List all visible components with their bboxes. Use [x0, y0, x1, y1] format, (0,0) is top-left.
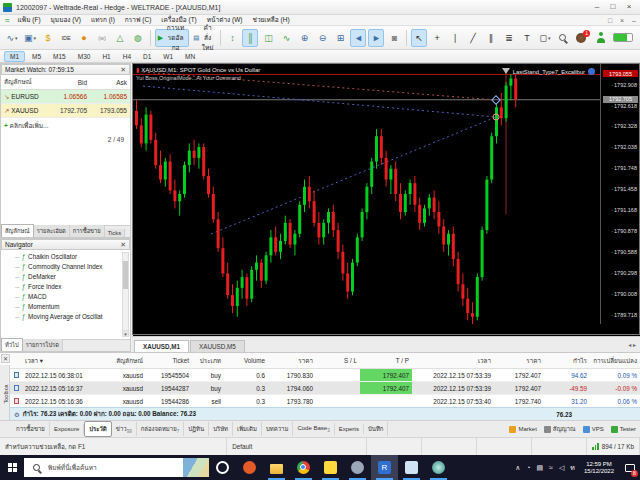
- history-column-header[interactable]: สัญลักษณ์: [96, 353, 146, 369]
- line-chart-icon[interactable]: ∿: [278, 29, 294, 47]
- explorer-taskbar-button[interactable]: [263, 455, 290, 480]
- mw-tab-การซื้อขาย[interactable]: การซื้อขาย: [70, 225, 105, 237]
- toolbox-tab-กล่องจดหมาย[interactable]: กล่องจดหมาย7: [137, 422, 185, 436]
- trendline-icon[interactable]: ╱: [465, 29, 481, 47]
- text-icon[interactable]: T: [519, 29, 535, 47]
- navigator-item[interactable]: ─ƒForce Index: [1, 281, 122, 291]
- history-row[interactable]: 2022.12.15 05:16:36xauusd19544286sell0.3…: [10, 395, 640, 408]
- navigator-close-icon[interactable]: ✕: [120, 241, 126, 249]
- new-order-button[interactable]: ▤คำสั่งใหม่: [191, 29, 216, 47]
- toolbox-tab-Exposure[interactable]: Exposure: [50, 424, 84, 434]
- notifications-button[interactable]: 1: [576, 33, 586, 43]
- new-chart-icon[interactable]: ▣▾: [22, 29, 38, 47]
- navigator-item[interactable]: ─ƒMomentum: [1, 301, 122, 311]
- toolbox-tab-ข่าว[interactable]: ข่าว99: [112, 422, 137, 436]
- nav-tab-รายการโปรด[interactable]: รายการโปรด: [23, 339, 63, 351]
- search-icon[interactable]: [559, 34, 566, 41]
- volume-icon[interactable]: ◁: [559, 464, 564, 472]
- signals-shortcut[interactable]: สัญญาณ: [544, 424, 576, 434]
- line-app-taskbar-button[interactable]: [317, 455, 344, 480]
- grid-icon[interactable]: ⊞: [332, 29, 348, 47]
- history-column-header[interactable]: การเปลี่ยนแปลง: [590, 353, 640, 369]
- candle-chart-icon[interactable]: ◫: [260, 29, 276, 47]
- history-column-header[interactable]: Ticket: [146, 353, 192, 369]
- taskbar-clock[interactable]: 12:59 PM 15/12/2022: [584, 461, 614, 475]
- mdi-close-button[interactable]: ×: [616, 17, 628, 24]
- tab-scroll-arrows[interactable]: ◂ ▸: [628, 341, 636, 348]
- toolbox-tab-บันทึก[interactable]: บันทึก: [364, 422, 389, 436]
- navigator-scrollbar[interactable]: [122, 252, 129, 337]
- market-watch-header[interactable]: Market Watch: 07:59:15 ✕: [1, 64, 130, 75]
- timeframe-h1[interactable]: H1: [97, 52, 115, 61]
- timeframe-d1[interactable]: D1: [138, 52, 156, 61]
- timeframe-mn[interactable]: MN: [180, 52, 200, 61]
- start-button[interactable]: [0, 455, 24, 480]
- remote-desktop-taskbar-button[interactable]: R: [371, 455, 398, 480]
- taskbar-search[interactable]: พิมพ์ที่นี่เพื่อค้นหา: [24, 458, 209, 477]
- gray-app-taskbar-button[interactable]: [344, 455, 371, 480]
- ide-icon[interactable]: IDE: [58, 29, 74, 47]
- crosshair-icon[interactable]: +: [429, 29, 445, 47]
- chart-tab-XAUUSDM1[interactable]: XAUUSD,M1: [134, 340, 189, 352]
- bar-chart-icon[interactable]: ║: [242, 29, 258, 47]
- mdi-minimize-button[interactable]: –: [628, 17, 640, 24]
- history-column-header[interactable]: กำไร: [544, 353, 590, 369]
- shapes-icon[interactable]: ◻▾: [537, 29, 553, 47]
- market-watch-row[interactable]: ↘ EURUSD1.065661.06585: [1, 90, 130, 104]
- mw-column-header[interactable]: Bid: [50, 75, 90, 90]
- mw-tab-Ticks[interactable]: Ticks: [105, 229, 125, 237]
- cursor-icon[interactable]: ↖: [411, 29, 427, 47]
- maximize-button[interactable]: □: [605, 2, 621, 13]
- toolbox-tab-การซื้อขาย[interactable]: การซื้อขาย: [12, 422, 50, 436]
- market-watch-row[interactable]: ↗ XAUUSD1792.7051793.055: [1, 104, 130, 118]
- onedrive-icon[interactable]: ◔: [526, 464, 530, 471]
- auto-scroll-icon[interactable]: ◄: [350, 29, 366, 47]
- toolbox-tab-เพิ่มเติม[interactable]: เพิ่มเติม: [233, 422, 262, 436]
- menu-item-6[interactable]: ช่วยเหลือ (H): [247, 15, 294, 25]
- zoom-out-icon[interactable]: ⊖: [314, 29, 330, 47]
- chart-profile-icon[interactable]: ∿▾: [4, 29, 20, 47]
- minimize-button[interactable]: –: [589, 2, 605, 13]
- mw-column-header[interactable]: สัญลักษณ์: [1, 75, 50, 90]
- lock-icon[interactable]: ●: [76, 29, 92, 47]
- history-column-header[interactable]: ราคา: [268, 353, 316, 369]
- navigator-item[interactable]: ─ƒDeMarker: [1, 271, 122, 281]
- close-button[interactable]: ×: [621, 2, 637, 13]
- navigator-item[interactable]: ─ƒCommodity Channel Index: [1, 261, 122, 271]
- tester-shortcut[interactable]: Tester: [611, 426, 636, 433]
- navigator-header[interactable]: Navigator ✕: [1, 239, 130, 250]
- market-watch-close-icon[interactable]: ✕: [120, 66, 126, 74]
- navigator-item[interactable]: ─ƒMACD: [1, 291, 122, 301]
- channel-icon[interactable]: ∥: [483, 29, 499, 47]
- toolbox-close-icon[interactable]: ✕: [1, 354, 10, 363]
- keyboard-icon[interactable]: ▤: [536, 464, 543, 472]
- history-column-header[interactable]: T / P: [360, 353, 412, 369]
- history-column-header[interactable]: เวลา ▾: [22, 353, 96, 369]
- toolbox-tab-Code Base[interactable]: Code Base3: [293, 423, 334, 435]
- history-row[interactable]: 2022.12.15 06:38:01xauusd19545504buy0.61…: [10, 369, 640, 382]
- toolbox-side-tab[interactable]: Toolbox: [0, 365, 10, 420]
- ea-smiley-icon[interactable]: [588, 68, 595, 75]
- navigator-item[interactable]: ─ƒMoving Average of Oscillat: [1, 311, 122, 321]
- fibonacci-icon[interactable]: ≣: [501, 29, 517, 47]
- mw-tab-รายละเอียด[interactable]: รายละเอียด: [34, 225, 70, 237]
- tray-expand-icon[interactable]: ∧: [515, 464, 520, 472]
- community-icon[interactable]: ◍: [130, 29, 146, 47]
- toolbox-tab-ประวัติ[interactable]: ประวัติ: [84, 421, 112, 437]
- toolbox-tab-บทความ[interactable]: บทความ: [262, 422, 293, 436]
- language-indicator[interactable]: ท: [570, 462, 575, 473]
- signals-icon[interactable]: (w): [94, 29, 110, 47]
- nav-tab-ทั่วไป[interactable]: ทั่วไป: [1, 338, 23, 351]
- notes-app-taskbar-button[interactable]: [398, 455, 425, 480]
- scroll-down-icon[interactable]: ▼: [122, 330, 129, 337]
- menu-item-3[interactable]: กราฟ (C): [120, 15, 157, 25]
- screenshot-icon[interactable]: ◙: [386, 29, 402, 47]
- status-profile[interactable]: Default: [227, 438, 367, 455]
- vps-shortcut[interactable]: VPS: [583, 426, 604, 433]
- chart-plot-area[interactable]: [133, 64, 601, 324]
- vertical-line-icon[interactable]: ∣: [447, 29, 463, 47]
- timeframe-m30[interactable]: M30: [73, 52, 96, 61]
- history-column-header[interactable]: S / L: [316, 353, 360, 369]
- history-column-header[interactable]: Volume: [224, 353, 268, 369]
- menu-item-0[interactable]: แฟ้ม (F): [12, 15, 45, 25]
